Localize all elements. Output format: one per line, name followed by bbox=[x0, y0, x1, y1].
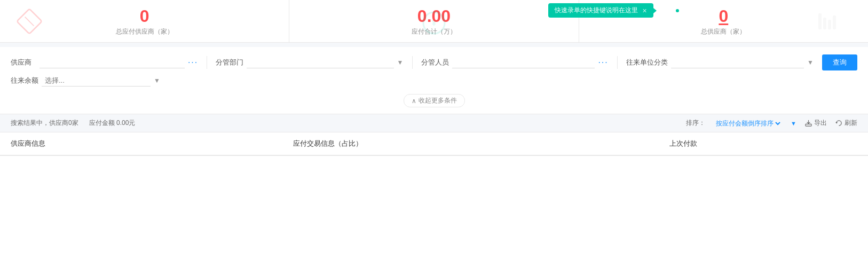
balance-input[interactable] bbox=[42, 75, 151, 87]
summary-suppliers: 搜索结果中，供应商0家 bbox=[11, 119, 78, 128]
refresh-icon bbox=[835, 120, 842, 127]
svg-text:¥: ¥ bbox=[432, 19, 436, 27]
tooltip-dot bbox=[675, 8, 680, 13]
results-actions: 排序： 按应付会额倒序排序 ▼ 导出 刷新 bbox=[686, 119, 857, 128]
balance-label: 往来余额 bbox=[11, 76, 38, 85]
collapse-label: 收起更多条件 bbox=[419, 96, 457, 105]
filter-department: 分管部门 ▼ bbox=[216, 57, 403, 68]
unit-class-label: 往来单位分类 bbox=[626, 58, 668, 67]
unit-class-chevron[interactable]: ▼ bbox=[807, 59, 814, 66]
filter-row-1: 供应商 ··· 分管部门 ▼ 分管人员 ··· 往来单位分类 ▼ 查询 bbox=[11, 54, 857, 70]
circle-icon: ¥ bbox=[421, 10, 447, 36]
person-dots[interactable]: ··· bbox=[598, 58, 608, 67]
collapse-row: ∧ 收起更多条件 bbox=[11, 91, 857, 109]
filter-supplier: 供应商 ··· bbox=[11, 57, 198, 68]
balance-chevron[interactable]: ▼ bbox=[154, 77, 160, 84]
sort-label: 排序： bbox=[686, 119, 705, 128]
divider-3 bbox=[617, 56, 618, 69]
col-supplier-header: 供应商信息 bbox=[11, 139, 293, 148]
supplier-dots[interactable]: ··· bbox=[188, 58, 198, 67]
supplier-label: 供应商 bbox=[11, 58, 36, 67]
summary-amount: 应付金额 0.00元 bbox=[89, 119, 136, 128]
divider-2 bbox=[412, 56, 413, 69]
payable-suppliers-label: 总应付供应商（家） bbox=[116, 27, 173, 36]
collapse-icon: ∧ bbox=[412, 97, 416, 105]
col-payment-header: 上次付款 bbox=[669, 139, 857, 148]
divider-1 bbox=[207, 56, 207, 69]
unit-class-input[interactable] bbox=[671, 57, 804, 68]
collapse-button[interactable]: ∧ 收起更多条件 bbox=[404, 94, 465, 107]
refresh-label: 刷新 bbox=[845, 119, 857, 128]
col-transaction-header: 应付交易信息（占比） bbox=[293, 139, 669, 148]
query-button[interactable]: 查询 bbox=[822, 54, 857, 70]
table-body bbox=[0, 156, 868, 275]
table-header: 供应商信息 应付交易信息（占比） 上次付款 bbox=[0, 132, 868, 156]
total-suppliers-label: 总供应商（家） bbox=[701, 27, 746, 36]
sort-chevron[interactable]: ▼ bbox=[791, 120, 796, 127]
export-label: 导出 bbox=[814, 119, 827, 128]
filter-unit-class: 往来单位分类 ▼ bbox=[626, 57, 814, 68]
supplier-input[interactable] bbox=[40, 57, 185, 68]
stat-payable-total: ¥ 0.00 应付合计（万） 快速录单的快捷键说明在这里 × bbox=[289, 0, 579, 42]
department-input[interactable] bbox=[247, 57, 393, 68]
filter-balance: 往来余额 ▼ bbox=[11, 75, 160, 87]
results-summary: 搜索结果中，供应商0家 应付金额 0.00元 bbox=[11, 119, 135, 128]
tooltip-close[interactable]: × bbox=[642, 6, 646, 15]
diamond-icon bbox=[16, 8, 43, 35]
stats-bar: 0 总应付供应商（家） ¥ 0.00 应付合计（万） 快速录单的快捷键说明在这里… bbox=[0, 0, 868, 43]
barchart-icon bbox=[818, 13, 836, 29]
department-chevron[interactable]: ▼ bbox=[397, 59, 404, 66]
person-input[interactable] bbox=[452, 57, 595, 68]
department-label: 分管部门 bbox=[216, 58, 243, 67]
refresh-button[interactable]: 刷新 bbox=[835, 119, 857, 128]
filter-bar: 供应商 ··· 分管部门 ▼ 分管人员 ··· 往来单位分类 ▼ 查询 往来余额 bbox=[0, 47, 868, 114]
payable-suppliers-number: 0 bbox=[140, 6, 149, 26]
person-label: 分管人员 bbox=[421, 58, 449, 67]
filter-row-2: 往来余额 ▼ bbox=[11, 75, 160, 87]
export-button[interactable]: 导出 bbox=[805, 119, 827, 128]
total-suppliers-number: 0 bbox=[719, 6, 728, 26]
export-icon bbox=[805, 120, 812, 127]
filter-person: 分管人员 ··· bbox=[421, 57, 609, 68]
sort-select[interactable]: 按应付会额倒序排序 bbox=[714, 119, 782, 128]
stat-total-payable: 0 总应付供应商（家） bbox=[0, 0, 289, 42]
shortcut-tooltip: 快速录单的快捷键说明在这里 × bbox=[548, 3, 653, 18]
results-bar: 搜索结果中，供应商0家 应付金额 0.00元 排序： 按应付会额倒序排序 ▼ 导… bbox=[0, 114, 868, 132]
tooltip-text: 快速录单的快捷键说明在这里 bbox=[555, 6, 638, 15]
svg-line-1 bbox=[25, 17, 34, 26]
svg-rect-4 bbox=[806, 124, 811, 126]
